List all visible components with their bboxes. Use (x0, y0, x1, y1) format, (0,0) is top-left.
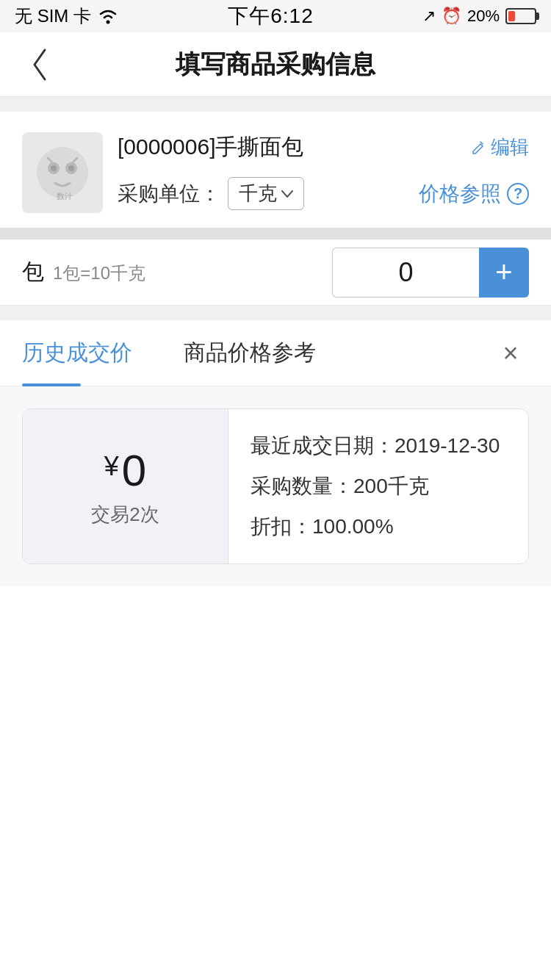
price-date-row: 最近成交日期：2019-12-30 (251, 431, 506, 460)
product-thumbnail: 数汁 (22, 132, 103, 213)
price-card-right: 最近成交日期：2019-12-30 采购数量：200千克 折扣：100.00% (228, 409, 528, 563)
carrier-text: 无 SIM 卡 (15, 4, 91, 28)
tab1-label: 历史成交价 (22, 338, 132, 368)
status-bar: 无 SIM 卡 下午6:12 ↗ ⏰ 20% (0, 0, 551, 32)
quantity-input[interactable]: 0 (332, 248, 479, 298)
edit-label: 编辑 (491, 134, 529, 160)
bottom-area (0, 586, 551, 980)
svg-point-5 (68, 165, 74, 171)
price-trades: 交易2次 (91, 502, 159, 527)
price-number: 0 (122, 445, 146, 496)
price-ref-label: 价格参照 (419, 180, 501, 208)
brand-logo: 数汁 (33, 143, 92, 202)
price-card: ¥ 0 交易2次 最近成交日期：2019-12-30 采购数量：200千克 折扣… (22, 408, 529, 564)
product-section: 数汁 [0000006]手撕面包 编辑 采购单位： 千克 (0, 112, 551, 228)
svg-point-1 (37, 147, 88, 198)
quantity-section: 包 1包=10千克 0 + (0, 239, 551, 306)
product-header: [0000006]手撕面包 编辑 (118, 132, 529, 162)
qty-value: 200千克 (353, 475, 429, 497)
price-ref-button[interactable]: 价格参照 ? (419, 180, 529, 208)
nav-bar: 填写商品采购信息 (0, 32, 551, 97)
price-card-area: ¥ 0 交易2次 最近成交日期：2019-12-30 采购数量：200千克 折扣… (0, 386, 551, 586)
discount-label: 折扣： (251, 515, 312, 538)
price-card-left: ¥ 0 交易2次 (23, 409, 228, 563)
product-info: [0000006]手撕面包 编辑 采购单位： 千克 (118, 132, 529, 210)
tab-section: 历史成交价 商品价格参考 × ¥ 0 交易2次 最近成交日期：2019-12-3… (0, 320, 551, 586)
svg-point-0 (107, 21, 110, 24)
location-icon: ↗ (422, 7, 436, 26)
status-time: 下午6:12 (228, 2, 314, 30)
quantity-input-group: 0 + (332, 248, 529, 298)
quantity-unit: 包 (22, 257, 44, 287)
help-icon: ? (507, 183, 529, 205)
date-value: 2019-12-30 (395, 434, 500, 457)
unit-select[interactable]: 千克 (228, 177, 304, 210)
quantity-label-group: 包 1包=10千克 (22, 257, 145, 287)
tab2-label: 商品价格参考 (184, 338, 316, 368)
product-row: 数汁 [0000006]手撕面包 编辑 采购单位： 千克 (22, 132, 529, 213)
section-divider (0, 228, 551, 239)
edit-button[interactable]: 编辑 (470, 134, 529, 160)
price-currency: ¥ (104, 451, 119, 482)
date-label: 最近成交日期： (251, 434, 395, 457)
battery-icon (505, 8, 536, 24)
edit-icon (470, 139, 488, 156)
wifi-icon (97, 8, 119, 24)
svg-text:数汁: 数汁 (57, 192, 73, 201)
quantity-value: 0 (398, 257, 413, 288)
tab-header: 历史成交价 商品价格参考 × (0, 320, 551, 386)
quantity-plus-button[interactable]: + (479, 248, 529, 298)
close-icon: × (503, 338, 518, 369)
qty-label: 采购数量： (251, 475, 353, 497)
plus-icon: + (495, 256, 512, 289)
unit-prefix: 采购单位： (118, 180, 220, 208)
chevron-down-icon (281, 190, 293, 198)
price-discount-row: 折扣：100.00% (251, 512, 506, 541)
product-unit-row: 采购单位： 千克 价格参照 ? (118, 177, 529, 210)
price-amount: ¥ 0 (104, 445, 146, 496)
svg-point-4 (51, 165, 57, 171)
product-name: [0000006]手撕面包 (118, 132, 303, 162)
price-qty-row: 采购数量：200千克 (251, 472, 506, 500)
page-title: 填写商品采购信息 (176, 48, 375, 82)
battery-percent: 20% (467, 7, 500, 26)
back-button[interactable] (18, 43, 62, 87)
unit-value: 千克 (239, 181, 277, 206)
status-left: 无 SIM 卡 (15, 4, 119, 28)
discount-value: 100.00% (312, 515, 394, 538)
tab-product-price-ref[interactable]: 商品价格参考 (184, 320, 331, 386)
tab-close-button[interactable]: × (492, 335, 529, 372)
tab-history-price[interactable]: 历史成交价 (22, 320, 147, 386)
status-right: ↗ ⏰ 20% (422, 7, 536, 26)
alarm-icon: ⏰ (442, 7, 461, 26)
quantity-conversion: 1包=10千克 (53, 262, 145, 285)
